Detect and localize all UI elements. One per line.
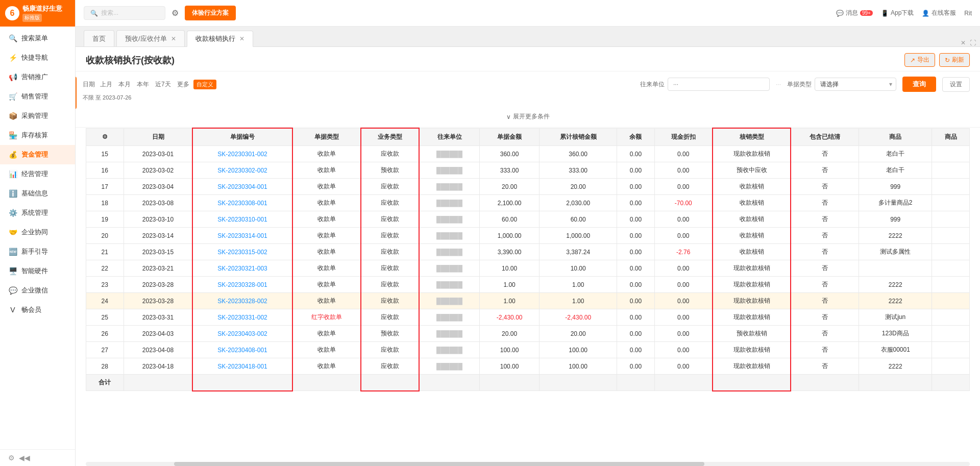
date-last-7days[interactable]: 近7天 [153, 79, 173, 90]
sidebar-item-sales[interactable]: 🛒销售管理 [0, 87, 75, 106]
cell-included: 否 [791, 211, 859, 228]
date-more[interactable]: 更多 [175, 79, 191, 90]
cell-included: 否 [791, 342, 859, 358]
cell-discount: 0.00 [654, 162, 713, 179]
sidebar-label-marketing: 营销推广 [21, 72, 48, 82]
sidebar-icon-enterprise: 🤝 [8, 228, 17, 236]
sidebar-item-marketing[interactable]: 📢营销推广 [0, 67, 75, 87]
cell-counterpart: ██████ [419, 326, 480, 342]
sidebar-item-basic[interactable]: ℹ️基础信息 [0, 184, 75, 203]
sidebar-icon-basic: ℹ️ [8, 189, 17, 198]
cell-amount: 100.00 [480, 358, 540, 375]
search-placeholder: 搜索... [101, 9, 118, 17]
settings-bottom-icon[interactable]: ⚙ [8, 454, 15, 462]
date-label: 日期 [83, 80, 95, 89]
bill-no-link[interactable]: SK-20230408-001 [217, 347, 267, 354]
cell-cancel-type: 预收中应收 [713, 162, 791, 179]
cell-no: 23 [86, 277, 124, 293]
collapse-icon[interactable]: ◀◀ [19, 454, 30, 462]
export-icon: ↗ [910, 57, 915, 64]
cell-balance: 0.00 [617, 309, 655, 326]
bill-no-link[interactable]: SK-20230321-003 [217, 265, 267, 272]
cell-counterpart: ██████ [419, 293, 480, 309]
filter-toggle-button[interactable]: ≪ [76, 77, 77, 109]
bill-no-link[interactable]: SK-20230302-002 [217, 167, 267, 174]
date-this-month[interactable]: 本月 [116, 79, 133, 90]
cell-amount: 360.00 [480, 146, 540, 162]
sidebar-label-hardware: 智能硬件 [21, 266, 48, 276]
tab-collection[interactable]: 收款核销执行✕ [187, 31, 253, 47]
refresh-button[interactable]: ↻ 刷新 [939, 53, 970, 67]
bill-no-link[interactable]: SK-20230315-002 [217, 249, 267, 256]
sidebar-item-inventory[interactable]: 🏪库存核算 [0, 126, 75, 145]
date-this-year[interactable]: 本年 [135, 79, 151, 90]
expand-filter-button[interactable]: ∨ 展开更多条件 [506, 112, 550, 121]
sidebar-label-member: 畅会员 [21, 305, 41, 314]
cell-counterpart: ██████ [419, 162, 480, 179]
cell-discount: 0.00 [654, 358, 713, 375]
date-custom-button[interactable]: 自定义 [193, 80, 216, 89]
cell-balance: 0.00 [617, 277, 655, 293]
app-download-button[interactable]: 📱 App下载 [881, 9, 914, 17]
bill-no-link[interactable]: SK-20230331-002 [217, 314, 267, 321]
maximize-icon[interactable]: ⛶ [970, 39, 976, 46]
cell-counterpart: ██████ [419, 358, 480, 375]
sidebar-item-operations[interactable]: 📊经营管理 [0, 164, 75, 184]
cell-date: 2023-04-08 [124, 342, 192, 358]
cell-cancel-type: 收款核销 [713, 244, 791, 260]
bill-no-link[interactable]: SK-20230403-002 [217, 330, 267, 337]
sidebar-item-member[interactable]: V畅会员 [0, 300, 75, 320]
sidebar-item-system[interactable]: ⚙️系统管理 [0, 203, 75, 223]
cell-cancel-amount: 20.00 [540, 179, 617, 195]
sidebar-item-search[interactable]: 🔍搜索菜单 [0, 29, 75, 48]
cell-bill-type: 收款单 [292, 293, 361, 309]
tab-close-prepay[interactable]: ✕ [171, 35, 176, 42]
export-button[interactable]: ↗ 导出 [904, 53, 935, 67]
date-range-display: 不限 至 2023-07-26 [83, 94, 131, 101]
solution-button[interactable]: 体验行业方案 [185, 6, 236, 20]
bill-no-link[interactable]: SK-20230328-001 [217, 281, 267, 288]
cell-counterpart: ██████ [419, 260, 480, 277]
bill-no-link[interactable]: SK-20230310-001 [217, 216, 267, 223]
query-button[interactable]: 查询 [902, 77, 936, 92]
bill-no-link[interactable]: SK-20230304-001 [217, 183, 267, 190]
cell-goods2 [932, 342, 970, 358]
sidebar-item-hardware[interactable]: 🖥️智能硬件 [0, 261, 75, 281]
bill-no-link[interactable]: SK-20230418-001 [217, 363, 267, 370]
sidebar-item-finance[interactable]: 💰资金管理 [0, 145, 75, 164]
th-cancel-type: 核销类型 [713, 128, 791, 146]
table-scrollbar[interactable] [86, 462, 970, 466]
close-window-icon[interactable]: ✕ [961, 39, 966, 46]
date-last-month[interactable]: 上月 [98, 79, 114, 90]
cell-amount: 2,100.00 [480, 195, 540, 211]
tab-home[interactable]: 首页 [84, 30, 114, 46]
bill-no-link[interactable]: SK-20230314-001 [217, 232, 267, 239]
message-button[interactable]: 💬 消息 99+ [836, 9, 873, 17]
th-settings[interactable]: ⚙ [86, 128, 124, 146]
sidebar-item-guide[interactable]: 🆕新手引导 [0, 242, 75, 261]
user-profile[interactable]: Rit [964, 10, 972, 17]
bill-no-link[interactable]: SK-20230308-001 [217, 200, 267, 207]
cell-biz-type: 应收款 [361, 179, 419, 195]
bill-type-select[interactable]: 请选择 [815, 78, 896, 91]
settings-icon[interactable]: ⚙ [172, 8, 179, 18]
bill-no-link[interactable]: SK-20230301-002 [217, 151, 267, 158]
online-service-button[interactable]: 👤 在线客服 [922, 9, 956, 17]
tab-prepay[interactable]: 预收/应收付单✕ [116, 30, 185, 46]
sidebar-item-wechat[interactable]: 💬企业微信 [0, 281, 75, 300]
th-discount: 现金折扣 [654, 128, 713, 146]
sidebar-label-sales: 销售管理 [21, 92, 48, 101]
tab-close-collection[interactable]: ✕ [239, 35, 244, 42]
cell-cancel-type: 现款收款核销 [713, 293, 791, 309]
bill-no-link[interactable]: SK-20230328-002 [217, 298, 267, 305]
topbar-search[interactable]: 🔍 搜索... [84, 6, 165, 20]
cell-date: 2023-04-18 [124, 358, 192, 375]
cell-biz-type: 应收款 [361, 342, 419, 358]
sidebar-item-quick-nav[interactable]: ⚡快捷导航 [0, 48, 75, 67]
cell-discount: 0.00 [654, 260, 713, 277]
settings-button[interactable]: 设置 [942, 77, 970, 92]
sidebar-item-purchase[interactable]: 📦采购管理 [0, 106, 75, 126]
sidebar-item-enterprise[interactable]: 🤝企业协同 [0, 223, 75, 242]
cell-bill-type: 收款单 [292, 228, 361, 244]
counterpart-input[interactable] [668, 78, 770, 91]
